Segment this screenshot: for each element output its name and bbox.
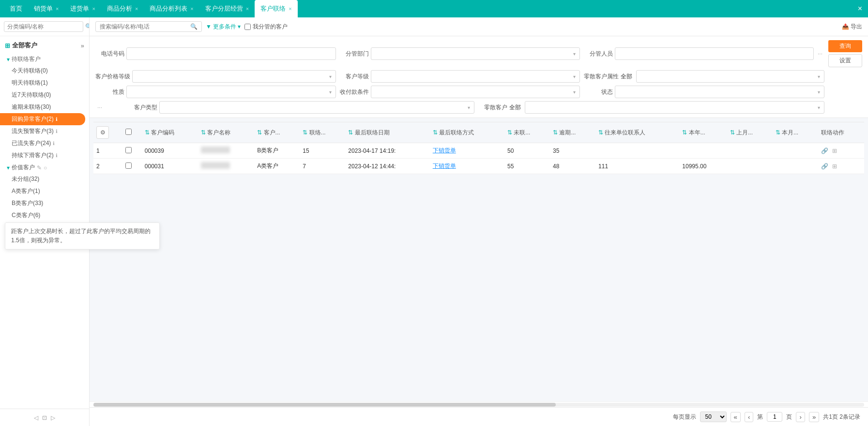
- nav-customer-contact[interactable]: 客户联络 ×: [255, 0, 297, 17]
- sidebar-item-repurchase-anomaly[interactable]: 回购异常客户(2) ℹ: [0, 113, 85, 125]
- person-input[interactable]: [615, 47, 814, 60]
- sidebar-item-7days[interactable]: 近7天待联络(0): [0, 89, 89, 101]
- repurchase-info-icon: ℹ: [56, 117, 58, 122]
- my-customers-checkbox[interactable]: [244, 24, 251, 30]
- row1-checkbox[interactable]: [125, 147, 132, 153]
- sidebar-item-class-b[interactable]: B类客户(33): [0, 197, 89, 209]
- sidebar-bottom: ◁ ⊡ ▷: [0, 409, 89, 426]
- search-icon[interactable]: 🔍: [190, 23, 198, 30]
- row2-checkbox[interactable]: [125, 162, 132, 169]
- table-settings-button[interactable]: ⚙: [96, 126, 109, 139]
- th-current-month[interactable]: ⇅ 本月...: [773, 122, 818, 143]
- sidebar-bottom-right-arrow[interactable]: ▷: [51, 414, 55, 421]
- nav-analysis-list[interactable]: 商品分析列表 ×: [144, 0, 199, 17]
- price-level-select[interactable]: ▾: [132, 70, 336, 83]
- nav-customer-ops-close[interactable]: ×: [246, 6, 249, 12]
- th-code[interactable]: ⇅ 客户编码: [142, 122, 198, 143]
- sidebar-item-overdue[interactable]: 逾期未联络(30): [0, 101, 89, 113]
- th-contact-person[interactable]: ⇅ 往来单位联系人: [595, 122, 679, 143]
- cell-contact-count-1: 15: [300, 143, 345, 159]
- sidebar-item-loss-warning[interactable]: 流失预警客户(3) ℹ: [0, 125, 89, 137]
- window-close-button[interactable]: ×: [858, 4, 862, 13]
- th-name[interactable]: ⇅ 客户名称: [198, 122, 254, 143]
- settings-button[interactable]: 设置: [828, 54, 862, 67]
- value-add-icon[interactable]: ○: [44, 164, 47, 171]
- phone-input[interactable]: [126, 47, 336, 60]
- sidebar-item-ungrouped[interactable]: 未分组(32): [0, 173, 89, 185]
- nav-customer-contact-close[interactable]: ×: [289, 6, 291, 12]
- nature-select[interactable]: ▾: [126, 86, 336, 98]
- sidebar-item-class-a[interactable]: A类客户(1): [0, 185, 89, 197]
- filter-scatter-customer: 零散客户 全部 ▾: [478, 101, 824, 114]
- last-page-button[interactable]: »: [809, 412, 819, 422]
- contact-method-link-2[interactable]: 下销货单: [433, 162, 456, 169]
- value-edit-icon[interactable]: ✎: [37, 164, 42, 171]
- filter-customer-type: 客户类型 ▾: [128, 101, 474, 114]
- sidebar-item-class-c[interactable]: C类客户(6): [0, 209, 89, 221]
- sidebar-item-declining[interactable]: 持续下滑客户(2) ℹ: [0, 149, 89, 162]
- page-size-select[interactable]: 50 100 200: [700, 411, 727, 422]
- nav-purchase[interactable]: 进货单 ×: [64, 0, 101, 17]
- status-select[interactable]: ▾: [615, 86, 824, 98]
- th-type[interactable]: ⇅ 客户...: [254, 122, 300, 143]
- first-page-button[interactable]: «: [731, 412, 741, 422]
- action-link-icon-1[interactable]: 🔗: [821, 147, 828, 154]
- th-current-year[interactable]: ⇅ 本年...: [679, 122, 727, 143]
- page-number-input[interactable]: [767, 412, 782, 422]
- th-last-contact-method[interactable]: ⇅ 最后联络方式: [430, 122, 504, 143]
- horizontal-scrollbar-thumb[interactable]: [93, 403, 556, 407]
- action-grid-icon-1[interactable]: ⊞: [832, 147, 837, 154]
- query-button[interactable]: 查询: [828, 40, 862, 52]
- nav-analysis[interactable]: 商品分析 ×: [101, 0, 144, 17]
- th-overdue-sort-icon: ⇅: [553, 129, 558, 136]
- customer-type-select[interactable]: ▾: [159, 101, 474, 114]
- sidebar-search-input[interactable]: [4, 21, 83, 32]
- sidebar-item-tomorrow[interactable]: 明天待联络(1): [0, 77, 89, 89]
- th-contact-count[interactable]: ⇅ 联络...: [300, 122, 345, 143]
- sidebar-section-value[interactable]: ▾ 价值客户 ✎ ○: [0, 162, 89, 173]
- action-grid-icon-2[interactable]: ⊞: [832, 163, 837, 170]
- cell-current-month-2: [773, 159, 818, 174]
- table-area[interactable]: ⚙ ⇅ 客户编码 ⇅ 客户名称: [90, 118, 868, 401]
- cell-last-contact-method-2[interactable]: 下销货单: [430, 159, 504, 174]
- scatter-attr-select[interactable]: ▾: [636, 70, 824, 83]
- sidebar-section-pending[interactable]: ▾ 待联络客户: [0, 53, 89, 65]
- prev-page-button[interactable]: ‹: [745, 412, 753, 422]
- nav-sales[interactable]: 销货单 ×: [28, 0, 64, 17]
- sidebar-search-area: 🔍: [0, 17, 89, 36]
- export-button[interactable]: 📤 导出: [842, 23, 862, 31]
- scatter-customer-select[interactable]: ▾: [525, 101, 824, 114]
- more-conditions-button[interactable]: ▼ 更多条件 ▾: [206, 23, 241, 31]
- nav-home[interactable]: 首页: [4, 0, 28, 17]
- sidebar-collapse-icon[interactable]: »: [81, 42, 84, 49]
- th-overdue[interactable]: ⇅ 逾期...: [550, 122, 595, 143]
- nav-purchase-close[interactable]: ×: [92, 6, 95, 12]
- customer-level-select[interactable]: ▾: [371, 70, 580, 83]
- select-all-checkbox[interactable]: [125, 129, 132, 135]
- nav-analysis-list-close[interactable]: ×: [190, 6, 193, 12]
- cell-last-contact-method-1[interactable]: 下销货单: [430, 143, 504, 159]
- sidebar-item-lost[interactable]: 已流失客户(24) ℹ: [0, 137, 89, 149]
- dept-select[interactable]: ▾: [371, 47, 580, 60]
- nav-customer-ops[interactable]: 客户分层经营 ×: [199, 0, 255, 17]
- th-last-month[interactable]: ⇅ 上月...: [727, 122, 773, 143]
- next-page-button[interactable]: ›: [796, 412, 805, 422]
- sidebar-item-today[interactable]: 今天待联络(0): [0, 65, 89, 77]
- sidebar-all-customers[interactable]: ⊞ 全部客户 »: [0, 38, 89, 53]
- th-uncontacted[interactable]: ⇅ 未联...: [504, 122, 550, 143]
- sidebar-search-icon[interactable]: 🔍: [85, 23, 90, 30]
- table-row: 2 000031 A类客户 7 2023-04-12 14:44: 下销货单: [93, 159, 864, 174]
- row4-dots-button[interactable]: ···: [95, 104, 104, 111]
- search-box: 🔍: [95, 21, 202, 32]
- nav-sales-close[interactable]: ×: [56, 6, 59, 12]
- nav-analysis-close[interactable]: ×: [135, 6, 138, 12]
- cell-overdue-1: 35: [550, 143, 595, 159]
- search-input[interactable]: [100, 23, 190, 30]
- action-link-icon-2[interactable]: 🔗: [821, 163, 828, 170]
- person-dots-button[interactable]: ···: [816, 50, 824, 57]
- contact-method-link-1[interactable]: 下销货单: [433, 147, 456, 154]
- th-last-contact-date[interactable]: ⇅ 最后联络日期: [345, 122, 429, 143]
- payment-select[interactable]: ▾: [371, 86, 580, 98]
- sidebar-bottom-left-arrow[interactable]: ◁: [34, 414, 38, 421]
- filter-customer-level: 客户等级 ▾: [340, 70, 580, 83]
